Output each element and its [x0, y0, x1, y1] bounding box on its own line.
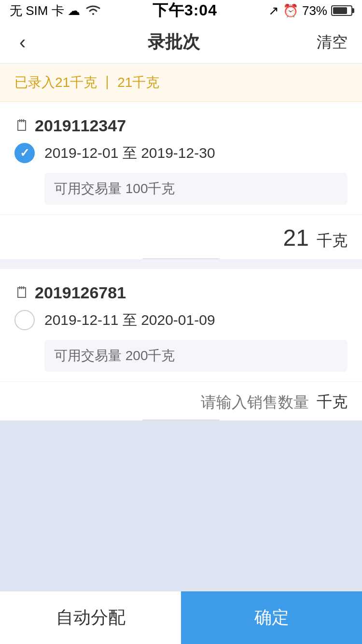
batch2-unit: 千克: [317, 392, 348, 413]
batch1-date: 2019-12-01 至 2019-12-30: [44, 143, 215, 163]
doc-icon-2: 🗒: [14, 284, 30, 302]
batch1-amount-row: 21 千克: [0, 214, 362, 261]
status-bar: 无 SIM 卡 ☁ 下午3:04 ↗ ⏰ 73%: [0, 0, 362, 21]
confirm-button[interactable]: 确定: [181, 591, 362, 644]
batch2-card: 🗒 2019126781 2019-12-11 至 2020-01-09 可用交…: [0, 269, 362, 381]
batch1-availability: 可用交易量 100千克: [44, 173, 348, 205]
batch2-input-row: 千克: [0, 381, 362, 422]
battery-percent: 73%: [302, 3, 327, 18]
nav-bar: ‹ 录批次 清空: [0, 21, 362, 64]
status-time: 下午3:04: [153, 0, 217, 21]
back-button[interactable]: ‹: [14, 27, 30, 58]
location-icon: ↗: [268, 3, 279, 18]
batch2-header: 🗒 2019126781: [14, 283, 348, 302]
info-banner: 已录入21千克 21千克: [0, 64, 362, 102]
batch2-availability: 可用交易量 200千克: [44, 340, 348, 372]
batch1-id: 2019112347: [35, 116, 126, 135]
sim-label: 无 SIM 卡 ☁: [10, 2, 80, 19]
batch2-row[interactable]: 2019-12-11 至 2020-01-09: [14, 310, 348, 330]
batch1-amount-unit: 千克: [317, 230, 348, 252]
recorded-label: 已录入21千克: [14, 73, 97, 92]
battery-icon: [331, 5, 352, 16]
clear-button[interactable]: 清空: [317, 32, 348, 53]
batch1-row[interactable]: 2019-12-01 至 2019-12-30: [14, 143, 348, 163]
page-title: 录批次: [148, 30, 200, 54]
batch2-date: 2019-12-11 至 2020-01-09: [44, 310, 215, 330]
status-right: ↗ ⏰ 73%: [268, 3, 352, 18]
auto-distribute-button[interactable]: 自动分配: [0, 591, 181, 644]
batch1-radio[interactable]: [14, 143, 35, 163]
status-left: 无 SIM 卡 ☁: [10, 2, 101, 19]
batch1-card: 🗒 2019112347 2019-12-01 至 2019-12-30 可用交…: [0, 102, 362, 214]
doc-icon-1: 🗒: [14, 117, 30, 135]
batch2-id: 2019126781: [35, 283, 126, 302]
alarm-icon: ⏰: [283, 3, 298, 18]
batch1-amount-value: 21: [283, 224, 309, 251]
bottom-bar: 自动分配 确定: [0, 591, 362, 644]
card-separator: [0, 259, 362, 269]
batch1-header: 🗒 2019112347: [14, 116, 348, 135]
banner-divider: [107, 76, 108, 89]
recorded-value: 21千克: [117, 73, 159, 92]
quantity-input[interactable]: [116, 393, 309, 411]
batch2-radio[interactable]: [14, 310, 35, 330]
wifi-icon: [85, 4, 101, 17]
